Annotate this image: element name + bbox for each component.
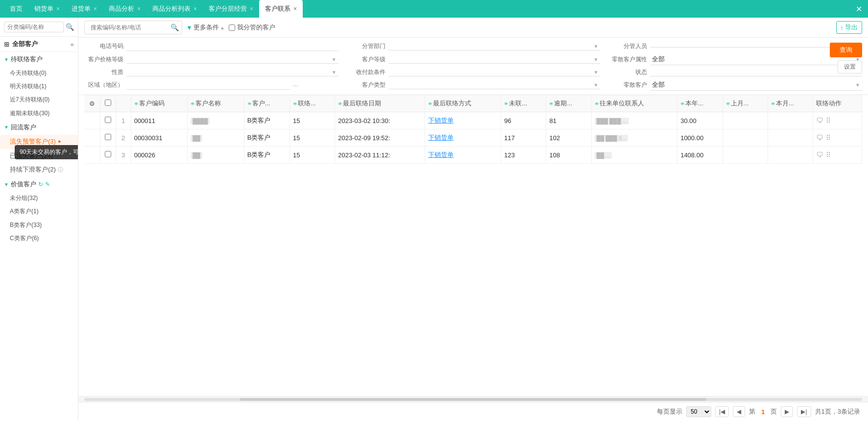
sidebar-item-b-class[interactable]: B类客户(33)	[0, 219, 78, 232]
scatter-customer-select[interactable]: 全部 ▼	[650, 79, 862, 91]
per-page-select[interactable]: 50 20 100	[686, 406, 711, 417]
status-select[interactable]: ▼	[650, 69, 862, 76]
region-input[interactable]	[126, 80, 290, 90]
col-settings[interactable]: ⚙	[84, 95, 100, 112]
sidebar-item-tomorrow[interactable]: 明天待联络(1)	[0, 80, 78, 93]
col-code[interactable]: ≑客户编码	[131, 95, 187, 112]
tab-close-sales[interactable]: ×	[56, 5, 60, 12]
payment-select[interactable]: ▼	[388, 69, 601, 76]
tab-product-list[interactable]: 商品分析列表 ×	[146, 0, 203, 18]
tab-close-product-list[interactable]: ×	[193, 5, 197, 12]
row1-action-msg[interactable]: 🗨	[816, 117, 823, 124]
toolbar-search-icon[interactable]: 🔍	[170, 24, 179, 31]
select-all-checkbox[interactable]	[105, 99, 111, 106]
tab-close-purchase[interactable]: ×	[94, 5, 97, 12]
row2-actions: 🗨 ⠿	[813, 129, 862, 147]
region-dots[interactable]: ···	[292, 81, 298, 89]
customer-level-select[interactable]: ▼	[388, 56, 601, 64]
next-page-btn[interactable]: ▶	[781, 406, 793, 417]
col-name[interactable]: ≑客户名称	[188, 95, 244, 112]
col-contact[interactable]: ≑联络...	[290, 95, 335, 112]
col-this-month[interactable]: ≑本月...	[768, 95, 813, 112]
row3-action-msg[interactable]: 🗨	[816, 151, 823, 159]
row2-code: 00030031	[131, 129, 187, 147]
sidebar-search-icon[interactable]: 🔍	[66, 23, 74, 31]
my-customers-checkbox[interactable]: 我分管的客户	[229, 23, 275, 32]
sidebar-search-input[interactable]	[4, 22, 64, 32]
filter-customer-type: 客户类型 ▼	[346, 81, 601, 89]
sidebar: 🔍 ⊞ 全部客户 « ▼ 待联络客户 今天待联络(0) 明天待联络(1) 近7天…	[0, 18, 78, 421]
tab-close-product[interactable]: ×	[137, 5, 141, 12]
filter-customer-level: 客户等级 ▼	[346, 55, 601, 64]
row3-ltype[interactable]: 下销货单	[425, 147, 501, 164]
sidebar-item-declining[interactable]: 持续下滑客户(2) ⓘ	[0, 163, 78, 177]
sort-tm-icon: ≑	[771, 101, 775, 106]
prev-page-btn[interactable]: ◀	[733, 406, 745, 417]
toolbar-search-input[interactable]	[88, 23, 170, 32]
filter-price-level: 客户价格等级 ▼	[84, 55, 338, 64]
row1-check[interactable]	[105, 117, 111, 123]
col-type[interactable]: ≑客户...	[244, 95, 289, 112]
sort-name-icon: ≑	[191, 101, 194, 106]
row1-name: ████	[188, 112, 244, 129]
query-button[interactable]: 查询	[830, 43, 862, 57]
sidebar-group-value[interactable]: ▼ 价值客户 ↻ ✎	[0, 177, 78, 192]
horizontal-scrollbar[interactable]	[78, 396, 868, 402]
tab-close-customer-layer[interactable]: ×	[250, 5, 253, 12]
col-unit-contact[interactable]: ≑往来单位联系人	[591, 95, 677, 112]
first-page-btn[interactable]: |◀	[715, 406, 729, 417]
tab-sales[interactable]: 销货单 ×	[28, 0, 66, 18]
scrollbar-thumb[interactable]	[240, 398, 707, 401]
edit-icon[interactable]: ✎	[45, 181, 50, 188]
sidebar-item-overdue[interactable]: 逾期未联络(30)	[0, 107, 78, 120]
current-page-num: 1	[759, 408, 767, 416]
row2-check[interactable]	[105, 134, 111, 140]
row1-action-more[interactable]: ⠿	[826, 117, 831, 124]
row2-action-msg[interactable]: 🗨	[816, 134, 823, 142]
sidebar-all-customers[interactable]: ⊞ 全部客户 «	[0, 37, 78, 52]
tab-purchase[interactable]: 进货单 ×	[66, 0, 103, 18]
window-close-button[interactable]: ✕	[850, 4, 868, 14]
row3-ty: 1408.00	[677, 147, 723, 164]
nature-select[interactable]: ▼	[126, 69, 338, 76]
tab-home[interactable]: 首页	[4, 4, 28, 13]
sidebar-item-7days[interactable]: 近7天待联络(0)	[0, 93, 78, 106]
col-last-month[interactable]: ≑上月...	[723, 95, 768, 112]
row2-action-more[interactable]: ⠿	[826, 134, 831, 142]
row1-ltype[interactable]: 下销货单	[425, 112, 501, 129]
row2-ltype[interactable]: 下销货单	[425, 129, 501, 147]
tab-customer-contact[interactable]: 客户联系 ×	[259, 0, 303, 18]
settings-button[interactable]: 设置	[838, 60, 862, 74]
customer-type-select[interactable]: ▼	[388, 81, 601, 89]
col-overdue[interactable]: ≑逾期...	[546, 95, 591, 112]
sidebar-item-c-class[interactable]: C类客户(6)	[0, 232, 78, 245]
sidebar-group-return[interactable]: ▼ 回流客户	[0, 120, 78, 135]
price-level-select[interactable]: ▼	[126, 56, 338, 64]
tab-product-analysis[interactable]: 商品分析 ×	[103, 0, 146, 18]
row3-actions: 🗨 ⠿	[813, 147, 862, 164]
my-customers-check[interactable]	[229, 25, 235, 31]
row3-action-more[interactable]: ⠿	[826, 151, 831, 159]
sidebar-group-pending[interactable]: ▼ 待联络客户	[0, 52, 78, 67]
last-page-btn[interactable]: ▶|	[797, 406, 811, 417]
row3-check[interactable]	[105, 151, 111, 157]
toolbar: 🔍 ▼ 更多条件 ▲ 我分管的客户 ↑ 导出	[78, 18, 868, 38]
sidebar-item-ungrouped[interactable]: 未分组(32)	[0, 192, 78, 205]
col-no-contact[interactable]: ≑未联...	[501, 95, 546, 112]
export-button[interactable]: ↑ 导出	[836, 21, 863, 34]
row3-lm	[723, 147, 768, 164]
sidebar-item-a-class[interactable]: A类客户(1)	[0, 205, 78, 218]
more-conditions-btn[interactable]: ▼ 更多条件 ▲	[186, 23, 225, 32]
tab-customer-layer[interactable]: 客户分层经营 ×	[203, 0, 259, 18]
refresh-icon[interactable]: ↻	[38, 181, 43, 188]
sidebar-collapse-btn[interactable]: «	[71, 41, 74, 48]
sidebar-item-today[interactable]: 今天待联络(0)	[0, 67, 78, 80]
filter-person: 分管人员 ···	[608, 42, 862, 50]
col-this-year[interactable]: ≑本年...	[677, 95, 723, 112]
tab-close-customer-contact[interactable]: ×	[293, 5, 297, 12]
dept-select[interactable]: ▼	[388, 43, 601, 50]
person-select[interactable]	[650, 45, 856, 48]
col-last-type[interactable]: ≑最后联络方式	[425, 95, 501, 112]
col-last-date[interactable]: ≑最后联络日期	[335, 95, 425, 112]
phone-input[interactable]	[126, 42, 338, 51]
